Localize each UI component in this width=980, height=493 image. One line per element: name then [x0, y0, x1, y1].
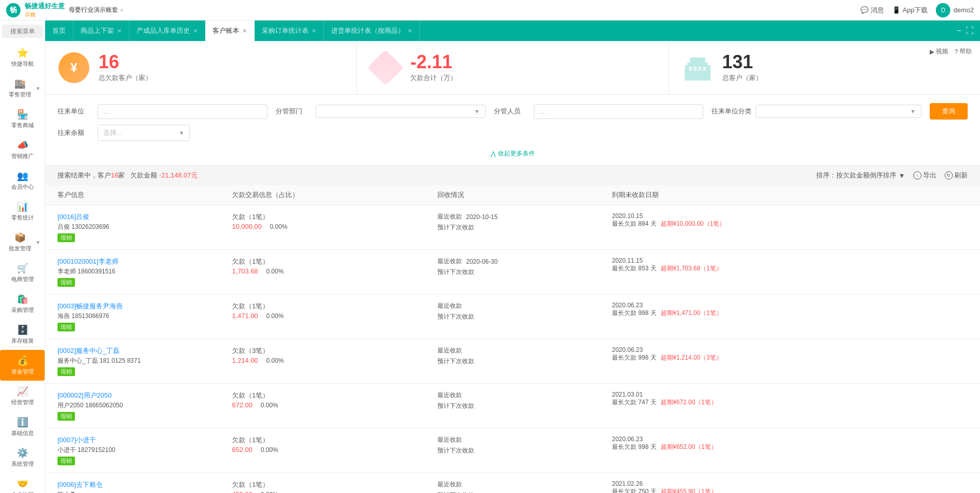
debt-customers-value: 16	[99, 53, 152, 71]
tab-purchase[interactable]: 采购订单统计表 ✕	[255, 21, 324, 41]
sidebar-item-ecommerce[interactable]: 🛒 电商管理	[0, 258, 45, 288]
tab-customer[interactable]: 客户账本 ✕	[205, 21, 255, 41]
data-table: 客户信息 欠款交易信息（占比） 回收情况 到期未收款日期 [0016]吕俊 吕俊…	[45, 185, 980, 493]
table-row: [0002]服务中心_丁磊 服务中心_丁磊 181 0125 8371 现销 欠…	[45, 339, 980, 384]
overdue-link-7[interactable]: 超期¥455.90（1笔）	[661, 487, 717, 493]
filter-staff: 分管人员 ...	[494, 104, 704, 119]
result-actions: 排序：按欠款金额倒序排序 ▼ ↑ 导出 ↻ 刷新	[816, 171, 968, 180]
table-row: [0003]畅捷服务尹海燕 海燕 18513066976 现销 欠款（1笔） 1…	[45, 294, 980, 339]
customer-name-4[interactable]: [0002]服务中心_丁磊	[57, 347, 120, 354]
overdue-link-6[interactable]: 超期¥652.00（1笔）	[661, 443, 717, 451]
customer-name-7[interactable]: [0006]去下粮仓	[57, 481, 103, 488]
content-area: 首页 商品上下架 ✕ 产成品入库单历史 ✕ 客户账本 ✕ 采购订单统计表 ✕	[45, 21, 980, 493]
category-select-arrow: ▼	[910, 108, 916, 114]
staff-input[interactable]: ...	[534, 104, 704, 119]
message-btn[interactable]: 💬 消息	[860, 6, 884, 15]
video-btn[interactable]: ▶ 视频	[930, 47, 948, 56]
dept-select[interactable]: ▼	[316, 105, 486, 118]
search-button[interactable]: 查询	[930, 103, 968, 120]
sidebar-item-member[interactable]: 👥 会员中心	[0, 165, 45, 196]
customer-name-2[interactable]: [0001020001]李老师	[57, 258, 119, 265]
sidebar-item-retail-stats[interactable]: 📊 零售统计	[0, 196, 45, 227]
customer-name-1[interactable]: [0016]吕俊	[57, 213, 89, 221]
svg-rect-3	[690, 57, 705, 64]
filter-category: 往来单位分类 ▼	[712, 105, 921, 118]
main-content: ¥ 16 总欠款客户（家）	[45, 41, 980, 493]
sidebar-item-finance[interactable]: 💰 资金管理	[0, 350, 45, 381]
sidebar-item-batch-mgmt[interactable]: 📦 批发管理 ▼	[0, 227, 45, 258]
sort-btn[interactable]: 排序：按欠款金额倒序排序 ▼	[816, 171, 905, 180]
table-row: [0001020001]李老师 李老师 18600391516 现销 欠款（1笔…	[45, 250, 980, 294]
header-due-date: 到期未收款日期	[612, 190, 968, 200]
export-btn[interactable]: ↑ 导出	[913, 171, 936, 180]
tab-close-production[interactable]: ✕	[193, 28, 198, 34]
svg-rect-4	[689, 67, 692, 71]
sidebar-item-marketing[interactable]: 📣 营销推广	[0, 134, 45, 165]
user-menu[interactable]: D demo2	[936, 3, 974, 17]
sidebar-item-retail-mgmt[interactable]: 🏬 零售管理 ▼	[0, 73, 45, 104]
sidebar-item-basic-info[interactable]: ℹ️ 基础信息	[0, 411, 45, 442]
help-btn[interactable]: ? 帮助	[954, 47, 972, 56]
sidebar-item-inventory[interactable]: 🗄️ 库存核算	[0, 319, 45, 350]
debt-amount-label: 欠款合计（万）	[410, 73, 457, 83]
overdue-link-2[interactable]: 超期¥1,703.68（1笔）	[661, 264, 722, 273]
main-layout: ⭐ 快捷导航 🏬 零售管理 ▼ 🏪 零售商城 📣 营销推广 👥 会员中心	[0, 21, 980, 493]
dept-select-arrow: ▼	[474, 108, 480, 114]
svg-rect-5	[694, 67, 697, 71]
category-select[interactable]: ▼	[756, 105, 921, 118]
tab-collapse-btn[interactable]: −	[957, 26, 962, 35]
customer-name-5[interactable]: [000002]用户2050	[57, 391, 112, 399]
customer-name-6[interactable]: [0007]小进干	[57, 436, 96, 444]
filter-row-2: 往来余额 选择... ▼	[57, 125, 968, 141]
sidebar-item-enterprise[interactable]: 🤝 企业协同	[0, 473, 45, 493]
yuan-icon: ¥	[59, 52, 89, 83]
tab-expand-btn[interactable]: ⛶	[966, 26, 974, 35]
debt-amount-value: -2.11	[410, 53, 457, 71]
balance-select[interactable]: 选择... ▼	[98, 125, 190, 141]
app-download-btn[interactable]: 📱 App下载	[892, 6, 928, 15]
tab-home[interactable]: 首页	[45, 21, 73, 41]
tab-close-products[interactable]: ✕	[117, 28, 122, 34]
tab-close-customer[interactable]: ✕	[242, 28, 247, 34]
header-customer-info: 客户信息	[57, 190, 232, 200]
filter-balance: 往来余额 选择... ▼	[57, 125, 968, 141]
table-row: [0016]吕俊 吕俊 13026203696 现销 欠款（1笔） 10,000…	[45, 205, 980, 250]
filter-supplier: 往来单位 ...	[57, 104, 267, 119]
header-collection: 回收情况	[437, 190, 612, 200]
overdue-link-3[interactable]: 超期¥1,471.00（1笔）	[661, 309, 722, 318]
sidebar-item-quick-nav[interactable]: ⭐ 快捷导航	[0, 42, 45, 73]
building-icon	[682, 52, 713, 83]
tab-close-inbound[interactable]: ✕	[408, 28, 412, 34]
balance-select-arrow: ▼	[179, 130, 184, 136]
logo-area: 畅 畅捷通好生意 示账	[6, 2, 65, 18]
filter-row-1: 往来单位 ... 分管部门 ▼	[57, 103, 968, 120]
header-debt-info: 欠款交易信息（占比）	[232, 190, 437, 200]
tab-inbound[interactable]: 进货单统计表（按商品） ✕	[324, 21, 420, 41]
sidebar-item-retail-mall[interactable]: 🏪 零售商城	[0, 104, 45, 134]
tab-production[interactable]: 产成品入库单历史 ✕	[129, 21, 205, 41]
svg-rect-7	[703, 67, 706, 71]
result-summary: 搜索结果中，客户16家 欠款金额 -21,148.07元 排序：按欠款金额倒序排…	[45, 166, 980, 185]
overdue-link-1[interactable]: 超期¥10,000.00（1笔）	[661, 220, 726, 228]
sidebar-item-purchase[interactable]: 🛍️ 采购管理	[0, 288, 45, 319]
customer-name-3[interactable]: [0003]畅捷服务尹海燕	[57, 302, 123, 310]
subtitle-link[interactable]: 示账	[25, 11, 65, 18]
tab-products[interactable]: 商品上下架 ✕	[73, 21, 129, 41]
table-row: [0007]小进干 小进干 18279152100 现销 欠款（1笔） 652.…	[45, 428, 980, 473]
table-row: [000002]用户2050 用户2050 18665062050 现销 欠款（…	[45, 384, 980, 428]
sidebar-item-operations[interactable]: 📈 经营管理	[0, 381, 45, 411]
sidebar-item-system[interactable]: ⚙️ 系统管理	[0, 442, 45, 473]
refresh-btn[interactable]: ↻ 刷新	[945, 171, 968, 180]
logo-text: 畅捷通好生意	[25, 2, 65, 11]
total-customers-label: 总客户（家）	[722, 73, 762, 83]
debt-customers-label: 总欠款客户（家）	[99, 73, 152, 83]
stat-card-debt-customers: ¥ 16 总欠款客户（家）	[45, 41, 357, 94]
stats-row: ¥ 16 总欠款客户（家）	[45, 41, 980, 95]
tab-close-purchase[interactable]: ✕	[312, 28, 316, 34]
overdue-link-5[interactable]: 超期¥672.00（1笔）	[661, 398, 717, 407]
filter-collapse-btn[interactable]: ⋀ 收起更多条件	[57, 146, 968, 161]
user-avatar: D	[936, 3, 950, 17]
supplier-input[interactable]: ...	[98, 104, 267, 119]
overdue-link-4[interactable]: 超期¥1,214.00（3笔）	[661, 353, 722, 362]
sidebar-search-input[interactable]	[2, 25, 43, 38]
